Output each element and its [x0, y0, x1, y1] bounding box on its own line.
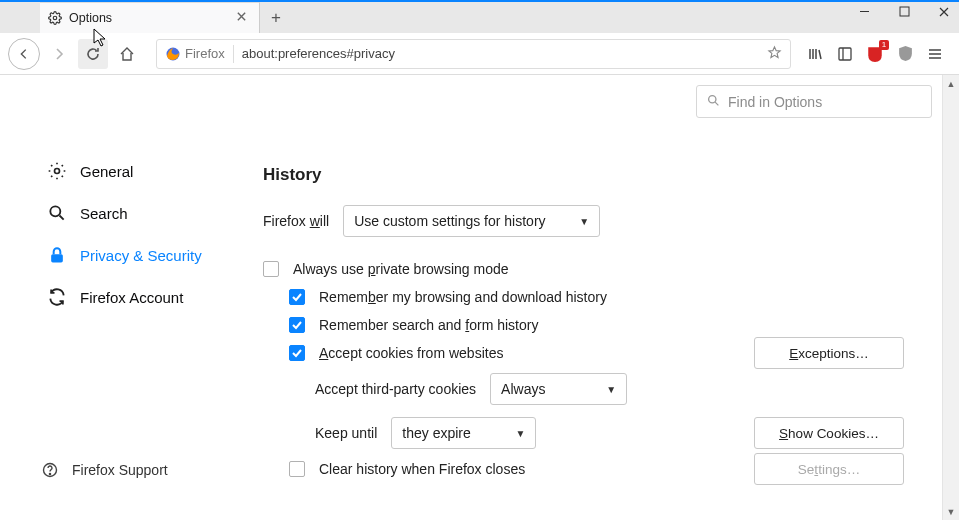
firefox-support-link[interactable]: Firefox Support [40, 460, 168, 480]
section-title-history: History [263, 165, 914, 185]
sync-icon [46, 286, 68, 308]
firefox-icon [165, 46, 181, 62]
forward-button[interactable] [44, 39, 74, 69]
reload-button[interactable] [78, 39, 108, 69]
sidebar-item-account[interactable]: Firefox Account [40, 276, 235, 318]
toolbar-right: 1 [805, 44, 951, 64]
svg-point-4 [55, 169, 60, 174]
window-controls [855, 6, 953, 18]
tab-drag-space [0, 2, 40, 33]
gear-icon [46, 160, 68, 182]
clear-on-close-label: Clear history when Firefox closes [319, 461, 525, 477]
show-cookies-button[interactable]: Show Cookies… [754, 417, 904, 449]
remember-search-checkbox[interactable] [289, 317, 305, 333]
minimize-button[interactable] [855, 6, 873, 18]
url-text: about:preferences#privacy [242, 46, 759, 61]
lock-icon [46, 244, 68, 266]
browser-tab-options[interactable]: Options [40, 2, 260, 33]
accept-cookies-checkbox[interactable] [289, 345, 305, 361]
clear-on-close-checkbox[interactable] [289, 461, 305, 477]
sidebar-item-privacy[interactable]: Privacy & Security [40, 234, 235, 276]
close-window-button[interactable] [935, 6, 953, 18]
chevron-down-icon: ▼ [606, 384, 616, 395]
select-value: they expire [402, 425, 470, 441]
support-label: Firefox Support [72, 462, 168, 478]
extension-shield-icon[interactable] [895, 44, 915, 64]
clear-on-close-row: Clear history when Firefox closes Settin… [289, 461, 914, 477]
ublock-icon[interactable]: 1 [865, 44, 885, 64]
back-button[interactable] [8, 38, 40, 70]
cookie-exceptions-button[interactable]: Exceptions… [754, 337, 904, 369]
search-icon [707, 94, 720, 110]
gear-icon [48, 11, 62, 25]
svg-point-7 [709, 95, 716, 102]
preferences-sidebar: General Search Privacy & Security Firefo… [0, 75, 235, 520]
third-party-row: Accept third-party cookies Always ▼ [315, 373, 914, 405]
separator [233, 45, 234, 63]
scroll-down-button[interactable]: ▼ [943, 503, 959, 520]
svg-point-5 [50, 206, 60, 216]
remember-browsing-row: Remember my browsing and download histor… [289, 289, 914, 305]
library-button[interactable] [805, 44, 825, 64]
tab-close-button[interactable] [232, 9, 251, 27]
keep-until-label: Keep until [315, 425, 377, 441]
bookmark-star-button[interactable] [767, 45, 782, 63]
home-button[interactable] [112, 39, 142, 69]
sidebar-label: Firefox Account [80, 289, 183, 306]
keep-until-row: Keep until they expire ▼ Show Cookies… [315, 417, 914, 449]
sidebar-label: General [80, 163, 133, 180]
always-private-label: Always use private browsing mode [293, 261, 509, 277]
history-mode-row: Firefox will Use custom settings for his… [263, 205, 914, 237]
always-private-checkbox[interactable] [263, 261, 279, 277]
history-mode-select[interactable]: Use custom settings for history ▼ [343, 205, 600, 237]
remember-browsing-label: Remember my browsing and download histor… [319, 289, 607, 305]
preferences-main: Find in Options History Firefox will Use… [235, 75, 942, 520]
chevron-down-icon: ▼ [579, 216, 589, 227]
sidebar-label: Privacy & Security [80, 247, 202, 264]
tab-title: Options [69, 11, 232, 25]
remember-search-row: Remember search and form history [289, 317, 914, 333]
svg-rect-6 [51, 254, 63, 262]
remember-browsing-checkbox[interactable] [289, 289, 305, 305]
sidebar-item-general[interactable]: General [40, 150, 235, 192]
history-will-label: Firefox will [263, 213, 329, 229]
svg-point-9 [49, 473, 50, 474]
third-party-select[interactable]: Always ▼ [490, 373, 627, 405]
remember-search-label: Remember search and form history [319, 317, 538, 333]
select-value: Use custom settings for history [354, 213, 545, 229]
chevron-down-icon: ▼ [515, 428, 525, 439]
app-menu-button[interactable] [925, 44, 945, 64]
address-bar[interactable]: Firefox about:preferences#privacy [156, 39, 791, 69]
clear-settings-button: Settings… [754, 453, 904, 485]
accept-cookies-row: Accept cookies from websites Exceptions… [289, 345, 914, 361]
find-in-options-input[interactable]: Find in Options [696, 85, 932, 118]
search-icon [46, 202, 68, 224]
find-placeholder: Find in Options [728, 94, 822, 110]
svg-rect-3 [839, 48, 851, 60]
identity-box[interactable]: Firefox [165, 46, 225, 62]
sidebar-label: Search [80, 205, 128, 222]
help-icon [40, 460, 60, 480]
maximize-button[interactable] [895, 6, 913, 18]
accept-cookies-label: Accept cookies from websites [319, 345, 503, 361]
keep-until-select[interactable]: they expire ▼ [391, 417, 536, 449]
identity-label: Firefox [185, 46, 225, 61]
always-private-row: Always use private browsing mode [263, 261, 914, 277]
new-tab-button[interactable]: + [260, 2, 292, 33]
sidebar-button[interactable] [835, 44, 855, 64]
select-value: Always [501, 381, 545, 397]
ublock-badge: 1 [879, 40, 889, 50]
svg-rect-1 [900, 7, 909, 16]
navigation-toolbar: Firefox about:preferences#privacy 1 [0, 33, 959, 75]
vertical-scrollbar[interactable]: ▲ ▼ [942, 75, 959, 520]
scroll-up-button[interactable]: ▲ [943, 75, 959, 92]
sidebar-item-search[interactable]: Search [40, 192, 235, 234]
tab-strip: Options + [0, 0, 959, 33]
third-party-label: Accept third-party cookies [315, 381, 476, 397]
svg-point-0 [53, 16, 57, 20]
